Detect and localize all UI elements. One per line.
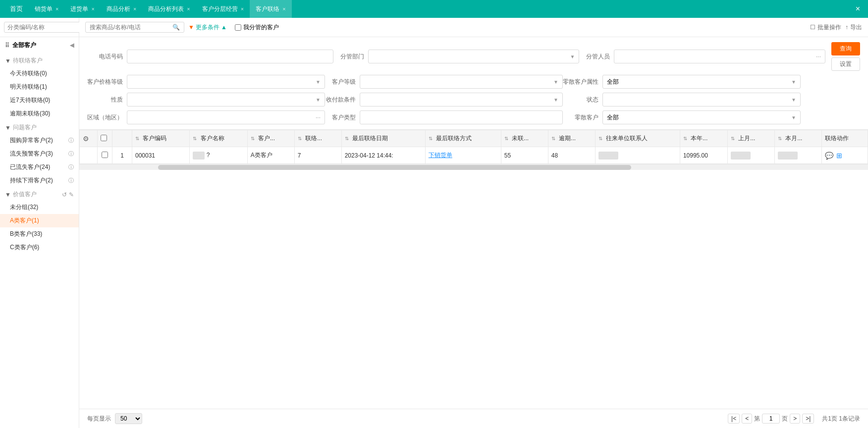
- row-checkbox[interactable]: [102, 152, 108, 158]
- code-col-header: ⇅ 客户编码: [132, 130, 190, 147]
- sidebar-item-today[interactable]: 今天待联络(0): [0, 67, 79, 80]
- code-sort-icon[interactable]: ⇅: [135, 136, 139, 141]
- export-icon: ↑: [845, 24, 848, 31]
- page-input[interactable]: [762, 414, 780, 424]
- retail-customer-select[interactable]: 全部 ▼: [602, 110, 801, 124]
- close-tab-product-list[interactable]: ×: [187, 6, 190, 12]
- manager-select[interactable]: ···: [614, 50, 825, 63]
- contact-count-sort-icon[interactable]: ⇅: [298, 136, 302, 141]
- price-level-select[interactable]: ▼: [127, 75, 325, 89]
- sidebar-item-churn-warning[interactable]: 流失预警客户(3) ⓘ: [0, 147, 79, 160]
- sidebar-item-hoard[interactable]: 囤购异常客户(2) ⓘ: [0, 134, 79, 147]
- retail-attr-select[interactable]: 全部 ▼: [602, 75, 801, 89]
- nav-tab-product-list[interactable]: 商品分析列表 ×: [142, 0, 196, 18]
- this-month-sort-icon[interactable]: ⇅: [778, 136, 782, 141]
- close-tab-customer-segment[interactable]: ×: [241, 6, 244, 12]
- per-page-select[interactable]: 50 100: [115, 413, 142, 424]
- no-contact-col-header: ⇅ 未联...: [501, 130, 548, 147]
- this-year-col-header: ⇅ 本年...: [680, 130, 727, 147]
- unit-contact-badge: [598, 152, 618, 160]
- sidebar-item-overdue[interactable]: 逾期未联络(30): [0, 107, 79, 120]
- sidebar-all-customers[interactable]: ⠿ 全部客户 ◀: [0, 37, 79, 54]
- nav-tab-customer-contact[interactable]: 客户联络 ×: [250, 0, 291, 18]
- first-page-button[interactable]: |<: [728, 414, 740, 424]
- department-select[interactable]: ▼: [368, 50, 580, 63]
- unit-contact-sort-icon[interactable]: ⇅: [598, 136, 602, 141]
- settings-button[interactable]: 设置: [831, 57, 860, 71]
- filter-search-input[interactable]: [90, 24, 172, 31]
- sidebar-collapse-icon[interactable]: ◀: [70, 42, 74, 49]
- sidebar-group-problem: ▼ 问题客户: [0, 120, 79, 134]
- filter-icon: ▼: [188, 24, 194, 31]
- select-all-checkbox[interactable]: [101, 135, 107, 141]
- export-button[interactable]: ↑ 导出: [845, 23, 862, 32]
- sidebar-content: ⠿ 全部客户 ◀ ▼ 待联络客户 今天待联络(0) 明天待联络(1) 近7天待联…: [0, 37, 79, 428]
- row-num-cell: 1: [112, 147, 132, 164]
- prev-page-button[interactable]: <: [742, 414, 752, 424]
- nav-close-button[interactable]: ×: [852, 4, 864, 13]
- last-month-sort-icon[interactable]: ⇅: [731, 136, 735, 141]
- name-sort-icon[interactable]: ⇅: [193, 136, 197, 141]
- row-settings-cell: [80, 147, 98, 164]
- sidebar-item-class-a[interactable]: A类客户(1): [0, 214, 79, 227]
- this-month-col-header: ⇅ 本月...: [774, 130, 821, 147]
- next-page-button[interactable]: >: [790, 414, 800, 424]
- last-contact-date-sort-icon[interactable]: ⇅: [345, 136, 349, 141]
- refresh-icon[interactable]: ↺: [62, 191, 67, 198]
- close-tab-customer-contact[interactable]: ×: [282, 6, 285, 12]
- sidebar-group-value: ▼ 价值客户 ↺ ✎: [0, 187, 79, 201]
- close-tab-purchase[interactable]: ×: [91, 6, 94, 12]
- last-contact-method-sort-icon[interactable]: ⇅: [429, 136, 433, 141]
- filter-status: 状态 ▼: [563, 93, 801, 107]
- nav-tab-product-analysis[interactable]: 商品分析 ×: [101, 0, 142, 18]
- unit-contact-col-header: ⇅ 往来单位联系人: [595, 130, 680, 147]
- nav-home[interactable]: 首页: [4, 0, 29, 18]
- region-input[interactable]: ···: [127, 110, 325, 124]
- edit-icon[interactable]: ✎: [69, 191, 74, 198]
- nav-tab-customer-segment[interactable]: 客户分层经营 ×: [196, 0, 250, 18]
- filter-search-icon[interactable]: 🔍: [172, 24, 180, 31]
- my-customers-checkbox[interactable]: [235, 24, 241, 31]
- per-page-label: 每页显示: [87, 415, 111, 423]
- filter-more-button[interactable]: ▼ 更多条件 ▲: [188, 23, 227, 32]
- sidebar-item-tomorrow[interactable]: 明天待联络(1): [0, 80, 79, 94]
- close-tab-sales[interactable]: ×: [55, 6, 58, 12]
- close-tab-product-analysis[interactable]: ×: [133, 6, 136, 12]
- sidebar-item-declining[interactable]: 持续下滑客户(2) ⓘ: [0, 174, 79, 187]
- sidebar-item-unclassified[interactable]: 未分组(32): [0, 201, 79, 214]
- sidebar-item-churned[interactable]: 已流失客户(24) ⓘ: [0, 160, 79, 174]
- last-page-button[interactable]: >|: [802, 414, 814, 424]
- payment-select[interactable]: ▼: [360, 93, 563, 107]
- query-button[interactable]: 查询: [831, 42, 860, 55]
- contact-method-link[interactable]: 下销货单: [429, 152, 452, 159]
- this-year-sort-icon[interactable]: ⇅: [683, 136, 687, 141]
- retail-attr-label: 零散客户属性: [563, 78, 602, 86]
- horizontal-scrollbar-thumb[interactable]: [158, 165, 631, 170]
- comment-icon[interactable]: 💬: [825, 152, 833, 160]
- page-suffix: 页: [782, 415, 788, 423]
- row-code-cell: 000031: [132, 147, 190, 164]
- nav-tab-sales[interactable]: 销货单 ×: [29, 0, 64, 18]
- filter-region: 区域（地区） ···: [87, 110, 325, 124]
- phone-input[interactable]: [127, 50, 333, 63]
- sidebar-item-7days[interactable]: 近7天待联络(0): [0, 94, 79, 107]
- nature-dropdown-icon: ▼: [316, 97, 321, 103]
- no-contact-sort-icon[interactable]: ⇅: [504, 136, 508, 141]
- sidebar-search-input[interactable]: [4, 22, 85, 33]
- nature-select[interactable]: ▼: [127, 93, 325, 107]
- customer-type-input[interactable]: [360, 110, 563, 124]
- settings-col-header[interactable]: ⚙: [80, 130, 98, 147]
- nav-tab-purchase[interactable]: 进货单 ×: [64, 0, 100, 18]
- sidebar-item-class-c[interactable]: C类客户(6): [0, 241, 79, 254]
- qr-icon[interactable]: ⊞: [836, 152, 842, 160]
- overdue-sort-icon[interactable]: ⇅: [551, 136, 555, 141]
- customer-level-select[interactable]: ▼: [360, 75, 563, 89]
- batch-operation-button[interactable]: ☐ 批量操作: [810, 23, 841, 32]
- sidebar-item-class-b[interactable]: B类客户(33): [0, 227, 79, 241]
- row-name-cell: ?: [190, 147, 247, 164]
- region-label: 区域（地区）: [87, 113, 127, 122]
- type-sort-icon[interactable]: ⇅: [251, 136, 255, 141]
- grid-icon: ⠿: [5, 42, 9, 49]
- status-select[interactable]: ▼: [602, 93, 801, 107]
- table-settings-icon[interactable]: ⚙: [83, 135, 89, 143]
